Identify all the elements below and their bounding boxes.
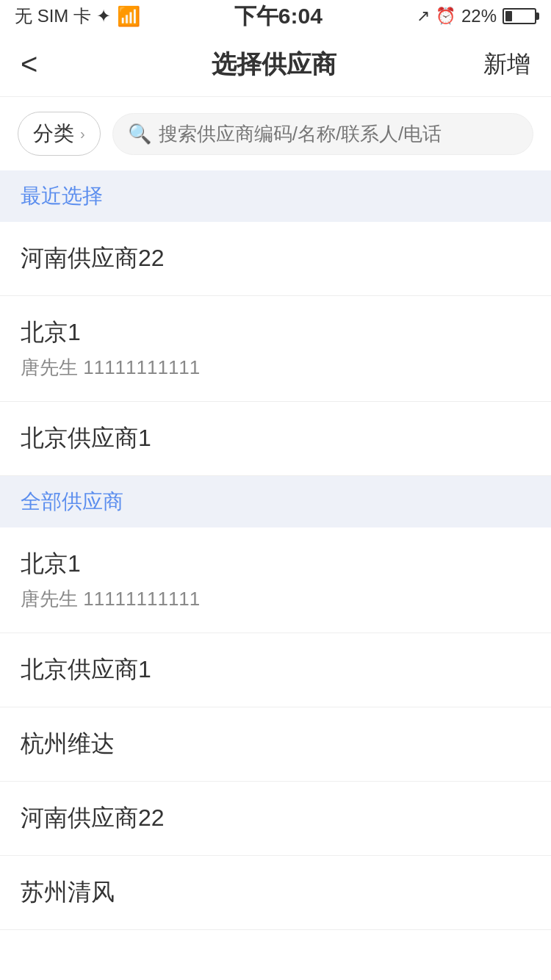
item-name: 北京1 bbox=[21, 317, 530, 349]
list-item[interactable]: 杭州维达 bbox=[0, 707, 551, 782]
list-item[interactable]: 北京1唐先生 11111111111 bbox=[0, 527, 551, 633]
item-name: 杭州维达 bbox=[21, 728, 530, 760]
status-time: 下午6:04 bbox=[234, 1, 323, 32]
search-box[interactable]: 🔍 bbox=[112, 113, 533, 155]
item-sub: 唐先生 11111111111 bbox=[21, 355, 530, 381]
list-item[interactable]: 河南供应商22 bbox=[0, 782, 551, 856]
add-button[interactable]: 新增 bbox=[483, 48, 530, 81]
list-item[interactable]: 北京供应商1 bbox=[0, 633, 551, 707]
category-arrow: › bbox=[80, 126, 85, 143]
nav-bar: < 选择供应商 新增 bbox=[0, 32, 551, 97]
filter-bar: 分类 › 🔍 bbox=[0, 97, 551, 170]
wifi-icon: 📶 bbox=[117, 5, 140, 28]
all-list: 北京1唐先生 11111111111北京供应商1杭州维达河南供应商22苏州清风 bbox=[0, 527, 551, 930]
battery-fill bbox=[505, 11, 512, 21]
battery-text: 22% bbox=[461, 6, 497, 26]
category-label: 分类 bbox=[33, 120, 74, 148]
item-name: 北京供应商1 bbox=[21, 654, 530, 686]
category-filter[interactable]: 分类 › bbox=[18, 112, 101, 156]
recent-section-header: 最近选择 bbox=[0, 170, 551, 222]
search-input[interactable] bbox=[159, 123, 518, 145]
battery-icon bbox=[503, 8, 536, 24]
item-name: 河南供应商22 bbox=[21, 242, 530, 275]
item-name: 北京供应商1 bbox=[21, 422, 530, 455]
list-item[interactable]: 北京1唐先生 11111111111 bbox=[0, 296, 551, 402]
all-section-header: 全部供应商 bbox=[0, 476, 551, 527]
alarm-icon: ⏰ bbox=[436, 7, 455, 26]
page-title: 选择供应商 bbox=[212, 48, 336, 82]
location-icon: ↗ bbox=[417, 7, 430, 26]
list-item[interactable]: 苏州清风 bbox=[0, 856, 551, 930]
item-name: 河南供应商22 bbox=[21, 802, 530, 835]
all-section-label: 全部供应商 bbox=[21, 490, 123, 513]
item-sub: 唐先生 11111111111 bbox=[21, 586, 530, 612]
search-icon: 🔍 bbox=[128, 123, 151, 145]
status-bar: 无 SIM 卡 ✦ 📶 下午6:04 ↗ ⏰ 22% bbox=[0, 0, 551, 32]
recent-section-label: 最近选择 bbox=[21, 184, 103, 207]
list-item[interactable]: 河南供应商22 bbox=[0, 222, 551, 296]
item-name: 苏州清风 bbox=[21, 876, 530, 909]
back-button[interactable]: < bbox=[21, 48, 65, 81]
recent-list: 河南供应商22北京1唐先生 11111111111北京供应商1 bbox=[0, 222, 551, 476]
list-item[interactable]: 北京供应商1 bbox=[0, 402, 551, 476]
item-name: 北京1 bbox=[21, 548, 530, 580]
no-sim-text: 无 SIM 卡 ✦ bbox=[15, 4, 111, 28]
status-right: ↗ ⏰ 22% bbox=[417, 6, 536, 26]
status-left: 无 SIM 卡 ✦ 📶 bbox=[15, 4, 140, 28]
